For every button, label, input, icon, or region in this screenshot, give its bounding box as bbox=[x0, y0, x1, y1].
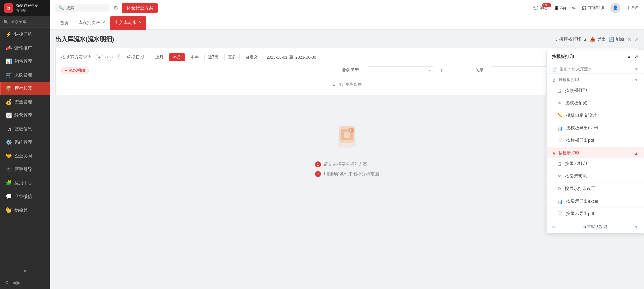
dropdown-item-label: 按模板预览 bbox=[565, 100, 587, 106]
topbar-search-box[interactable]: 🔍 bbox=[55, 4, 109, 12]
tab-flow[interactable]: 出入库流水 ✕ bbox=[110, 16, 146, 30]
industry-solution-button[interactable]: 体验行业方案 bbox=[122, 3, 158, 13]
sidebar: b 畅捷通好生意 标准版 🔍 搜索菜单 ⚡ 快捷导航 📣 营销推广 📊 销售管理… bbox=[0, 0, 50, 289]
display-pdf-icon: 📄 bbox=[557, 211, 563, 216]
sidebar-item-basic[interactable]: 🗂 基础信息 bbox=[0, 122, 50, 136]
logo-icon: b bbox=[4, 3, 13, 13]
online-service-button[interactable]: 🎧 在线客服 bbox=[582, 5, 604, 11]
sidebar-item-system[interactable]: ⚙️ 系统管理 bbox=[0, 136, 50, 149]
sidebar-item-inventory[interactable]: 📦 库存核算 bbox=[0, 82, 50, 95]
operations-icon: 📈 bbox=[6, 112, 12, 119]
search-icon: 🔍 bbox=[3, 20, 8, 24]
date-range-start: 2023-06-01 bbox=[267, 55, 287, 60]
dropdown-item-display-print-settings[interactable]: ⚙ 按显示打印设置 bbox=[547, 183, 644, 195]
members-icon: 👑 bbox=[6, 207, 12, 213]
filter-collapse-button[interactable]: 《 bbox=[115, 54, 120, 61]
headset-icon: 🎧 bbox=[582, 6, 587, 10]
footer-label[interactable]: 设置默认功能 bbox=[583, 224, 607, 230]
sidebar-item-marketing[interactable]: 📣 营销推广 bbox=[0, 41, 50, 55]
avatar[interactable]: 👤 bbox=[610, 3, 620, 13]
filter-settings-button[interactable]: ⚙ bbox=[105, 54, 113, 61]
dropdown-header-icons: ▲ ⤢ bbox=[627, 54, 638, 59]
sidebar-item-quick-nav[interactable]: ⚡ 快捷导航 bbox=[0, 28, 50, 41]
dropdown-item-template-print[interactable]: 🖨 按模板打印 bbox=[547, 84, 644, 97]
refresh-button[interactable]: 🔄 刷新 bbox=[609, 36, 624, 42]
display-section-toggle[interactable]: ▲ bbox=[634, 151, 638, 156]
sidebar-item-sales[interactable]: 📊 销售管理 bbox=[0, 55, 50, 68]
sidebar-item-label: 应用中心 bbox=[14, 180, 32, 186]
dropdown-item-display-preview[interactable]: 👁 按显示预览 bbox=[547, 170, 644, 183]
topbar-gear-icon[interactable]: ⚙ bbox=[113, 5, 118, 11]
business-type-dropdown-icon[interactable]: ▼ bbox=[439, 68, 444, 73]
tab-batch-close-icon[interactable]: ✕ bbox=[102, 20, 105, 25]
date-tag-more[interactable]: 更多 bbox=[224, 53, 240, 61]
notification-button[interactable]: 💬 消息 99 + bbox=[533, 5, 548, 11]
export-icon: 📤 bbox=[590, 37, 595, 42]
dropdown-panel: 按模板打印 ▲ ⤢ 📄 当前：出入库流水 ▼ 🖨 按模板打印 bbox=[546, 50, 644, 233]
dropdown-item-display-print[interactable]: 🖨 按显示打印 bbox=[547, 158, 644, 170]
sidebar-item-enterprise[interactable]: 🤝 企业协同 bbox=[0, 149, 50, 163]
template-section-toggle[interactable]: ▼ bbox=[634, 78, 638, 82]
filter-add-button[interactable]: + bbox=[96, 54, 103, 61]
sidebar-item-enterprise-wechat[interactable]: 💬 企业微信 bbox=[0, 190, 50, 203]
username-label[interactable]: 用户名 bbox=[626, 5, 639, 11]
export-button[interactable]: 📤 导出 bbox=[590, 36, 606, 42]
sidebar-search-label: 搜索菜单 bbox=[10, 19, 27, 25]
sidebar-item-members[interactable]: 👑 畅会员 bbox=[0, 203, 50, 217]
tab-home[interactable]: 首页 bbox=[55, 16, 74, 30]
sidebar-scroll-down[interactable]: ▼ bbox=[0, 267, 50, 276]
sidebar-item-label: 库存核算 bbox=[14, 85, 32, 91]
date-tag-7days[interactable]: 近7天 bbox=[204, 53, 222, 61]
tab-batch[interactable]: 库存批次账 ✕ bbox=[74, 16, 110, 30]
current-icon: 📄 bbox=[552, 67, 557, 72]
app-center-icon: 🧩 bbox=[6, 180, 12, 186]
enterprise-icon: 🤝 bbox=[6, 153, 12, 159]
collapse-sidebar-icon[interactable]: ◀▶ bbox=[12, 280, 21, 286]
guide-icon: 🎓 bbox=[6, 166, 12, 173]
tip-num-1: 1 bbox=[315, 161, 321, 167]
svg-point-4 bbox=[349, 128, 354, 133]
dropdown-item-template-export-excel[interactable]: 📊 按模板导出excel bbox=[547, 122, 644, 134]
date-tag-this-year[interactable]: 本年 bbox=[187, 53, 202, 61]
current-section-toggle[interactable]: ▼ bbox=[634, 67, 638, 72]
sidebar-item-label: 营销推广 bbox=[14, 45, 32, 51]
dropdown-header-title: 按模板打印 bbox=[552, 54, 574, 60]
flow-type-tag[interactable]: ● 流水明细 bbox=[61, 67, 89, 74]
sidebar-search[interactable]: 🔍 搜索菜单 bbox=[0, 16, 50, 28]
display-excel-icon: 📊 bbox=[557, 199, 563, 204]
date-tag-last-month[interactable]: 上月 bbox=[152, 53, 167, 61]
dropdown-item-display-export-excel[interactable]: 📊 按显示导出excel bbox=[547, 195, 644, 208]
template-print-button[interactable]: 🖨 按模板打印 ▲ bbox=[553, 36, 587, 42]
dropdown-expand-icon[interactable]: ⤢ bbox=[635, 54, 638, 59]
footer-toggle[interactable]: ▼ bbox=[634, 225, 638, 229]
sidebar-item-finance[interactable]: 💰 资金管理 bbox=[0, 95, 50, 109]
tabs-bar: 首页 库存批次账 ✕ 出入库流水 ✕ bbox=[50, 16, 644, 30]
search-input[interactable] bbox=[66, 6, 100, 10]
collapse-more-label: 收起更多条件 bbox=[338, 82, 362, 87]
dropdown-item-template-customize[interactable]: ✏️ 模板自定义设计 bbox=[547, 109, 644, 122]
app-download-button[interactable]: 📱 App下载 bbox=[554, 5, 576, 11]
dropdown-item-template-export-pdf[interactable]: 📄 按模板导出pdf bbox=[547, 134, 644, 147]
page-close-button[interactable]: ✕ bbox=[627, 36, 632, 43]
date-tag-this-month[interactable]: 本月 bbox=[169, 53, 185, 61]
business-type-select[interactable] bbox=[367, 66, 434, 74]
sidebar-item-purchase[interactable]: 🛒 采购管理 bbox=[0, 68, 50, 82]
date-tag-group: 上月 本月 本年 近7天 更多 自定义 bbox=[152, 53, 261, 61]
sidebar-item-app-center[interactable]: 🧩 应用中心 bbox=[0, 176, 50, 190]
sidebar-item-label: 资金管理 bbox=[14, 99, 32, 105]
dropdown-chevron-up-icon[interactable]: ▲ bbox=[627, 54, 631, 59]
display-preview-icon: 👁 bbox=[557, 174, 562, 179]
print-icon: 🖨 bbox=[557, 88, 562, 93]
tab-flow-close-icon[interactable]: ✕ bbox=[139, 20, 142, 25]
sidebar-item-guide[interactable]: 🎓 新手引导 bbox=[0, 163, 50, 176]
page-expand-button[interactable]: ⤢ bbox=[634, 36, 639, 43]
sidebar-item-operations[interactable]: 📈 经营管理 bbox=[0, 109, 50, 122]
dropdown-item-template-preview[interactable]: 👁 按模板预览 bbox=[547, 97, 644, 109]
flow-type-label: 流水明细 bbox=[69, 68, 85, 73]
settings-icon[interactable]: ⚙ bbox=[5, 280, 9, 286]
marketing-icon: 📣 bbox=[6, 45, 12, 51]
dropdown-item-display-export-pdf[interactable]: 📄 按显示导出pdf bbox=[547, 208, 644, 220]
sidebar-item-label: 企业微信 bbox=[14, 193, 32, 200]
date-tag-custom[interactable]: 自定义 bbox=[242, 53, 261, 61]
template-print-section-icon: 🖨 bbox=[552, 78, 556, 82]
